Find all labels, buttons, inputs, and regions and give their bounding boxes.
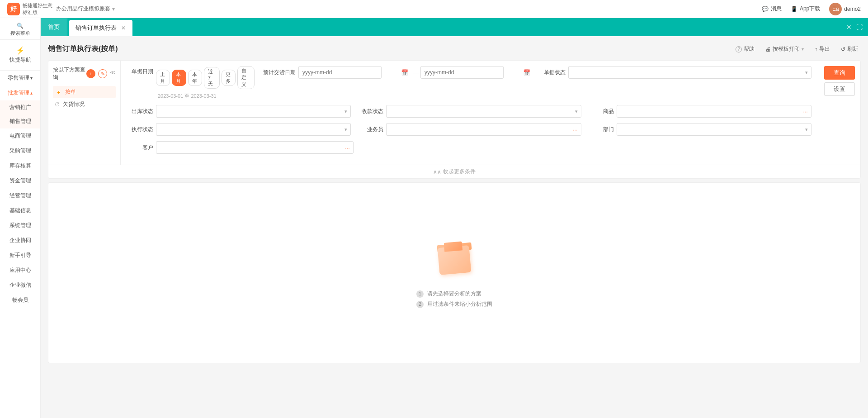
tab-close-icon[interactable]: ✕ — [121, 25, 126, 31]
date-label: 单据日期 — [128, 68, 153, 76]
filter-row-4: 客户 ··· — [128, 141, 811, 154]
date-end-wrapper: 📅 — [420, 66, 533, 79]
filter-panel: 按以下方案查询 + ✎ ≪ 🔸 按单 ⏱ — [48, 60, 861, 179]
help-icon: ? — [736, 46, 742, 52]
scheme-add-button[interactable]: + — [86, 69, 95, 78]
scheme-edit-button[interactable]: ✎ — [98, 69, 107, 78]
sidebar-item-operation[interactable]: 经营管理 — [0, 188, 40, 203]
tab-home[interactable]: 首页 — [41, 18, 67, 36]
data-panel: 1 请先选择要分析的方案 2 用过滤条件来缩小分析范围 — [48, 182, 861, 363]
product-more-icon[interactable]: ··· — [803, 108, 808, 115]
exec-status-select[interactable] — [156, 123, 351, 136]
sidebar: 🔍 搜索菜单 ⚡ 快捷导航 零售管理 ▾ 批发管理 ▴ 营销推广 — [0, 18, 41, 418]
sidebar-search[interactable]: 🔍 搜索菜单 — [0, 18, 40, 40]
sidebar-item-member[interactable]: 畅会员 — [0, 293, 40, 308]
print-icon: 🖨 — [765, 46, 771, 52]
app-download-icon: 📱 — [791, 6, 797, 12]
avatar: Ea — [829, 3, 842, 15]
empty-box-body — [438, 245, 472, 275]
scheme-collapse-button[interactable]: ≪ — [110, 69, 116, 78]
doc-status-select-wrapper: ▾ — [568, 66, 811, 79]
date-separator: — — [413, 69, 419, 76]
chevron-up-icon: ▴ — [30, 90, 33, 95]
date-range-text: 2023-03-01 至 2023-03-31 — [158, 93, 255, 100]
sidebar-item-system[interactable]: 系统管理 — [0, 218, 40, 233]
filter-inner: 按以下方案查询 + ✎ ≪ 🔸 按单 ⏱ — [48, 61, 860, 165]
help-button[interactable]: ? 帮助 — [733, 43, 757, 55]
user-action[interactable]: Ea demo2 — [829, 3, 861, 15]
date-tag-last-month[interactable]: 上月 — [156, 70, 170, 86]
date-tag-current-month[interactable]: 本月 — [172, 70, 186, 86]
breadcrumb: 办公用品行业模拟账套 ▾ — [56, 5, 115, 13]
breadcrumb-dropdown[interactable]: ▾ — [112, 6, 115, 12]
date-tag-custom[interactable]: 自定义 — [237, 66, 255, 89]
settings-button[interactable]: 设置 — [824, 82, 855, 96]
print-dropdown-icon[interactable]: ▾ — [802, 47, 804, 52]
product-control: ··· — [617, 105, 811, 118]
sidebar-item-quick-nav[interactable]: ⚡ 快捷导航 — [0, 43, 40, 67]
sidebar-item-wechat[interactable]: 企业微信 — [0, 278, 40, 293]
filter-scheme-panel: 按以下方案查询 + ✎ ≪ 🔸 按单 ⏱ — [48, 61, 121, 165]
salesperson-input[interactable] — [386, 123, 581, 136]
sidebar-item-inventory[interactable]: 库存核算 — [0, 158, 40, 173]
filter-row-3: 执行状态 ▾ 业务员 — [128, 123, 811, 136]
sidebar-item-wholesale[interactable]: 批发管理 ▴ — [0, 86, 40, 100]
product-label: 商品 — [589, 108, 614, 115]
app-download-action[interactable]: 📱 App下载 — [791, 5, 820, 13]
salesperson-control: ··· — [386, 123, 581, 136]
customer-input[interactable] — [156, 141, 354, 154]
sidebar-item-appstore[interactable]: 应用中心 — [0, 263, 40, 278]
out-stock-select[interactable] — [156, 105, 351, 118]
sidebar-item-sales[interactable]: 销售管理 — [0, 114, 40, 128]
close-window-icon[interactable]: ✕ — [846, 24, 852, 31]
date-start-input[interactable] — [298, 66, 382, 79]
page-content: 销售订单执行表(按单) ? 帮助 🖨 按模板打印 ▾ ↑ 导出 — [41, 36, 868, 418]
empty-state: 1 请先选择要分析的方案 2 用过滤条件来缩小分析范围 — [416, 238, 492, 308]
sidebar-item-basic[interactable]: 基础信息 — [0, 203, 40, 218]
sidebar-item-enterprise[interactable]: 企业协同 — [0, 233, 40, 248]
collapse-row[interactable]: ∧∧ 收起更多条件 — [48, 165, 860, 178]
step-num-1: 1 — [416, 290, 424, 298]
dept-select[interactable] — [617, 123, 811, 136]
expected-delivery-label: 预计交货日期 — [262, 69, 296, 76]
date-tag-last-7-days[interactable]: 近7天 — [204, 67, 220, 89]
tab-window-controls: ✕ ⛶ — [841, 18, 868, 36]
sidebar-item-retail[interactable]: 零售管理 ▾ — [0, 71, 40, 86]
date-tag-more[interactable]: 更多 — [222, 70, 236, 86]
filter-row-1: 单据日期 上月 本月 本年 近7天 更多 自定义 — [128, 66, 811, 100]
out-stock-label: 出库状态 — [128, 108, 153, 115]
product-input[interactable] — [617, 105, 811, 118]
tab-sales-order-exec[interactable]: 销售订单执行表 ✕ — [69, 20, 132, 36]
receipt-status-select[interactable] — [386, 105, 581, 118]
template-print-button[interactable]: 🖨 按模板打印 ▾ — [763, 43, 807, 55]
export-button[interactable]: ↑ 导出 — [812, 43, 833, 55]
sidebar-item-finance[interactable]: 资金管理 — [0, 173, 40, 188]
collapse-up-icon: ∧∧ — [433, 169, 441, 175]
logo-text: 畅捷通好生意 标准版 — [23, 2, 52, 15]
scheme-item-欠货情况[interactable]: ⏱ 欠货情况 — [53, 98, 116, 110]
empty-icon — [432, 238, 477, 283]
sidebar-item-newbie[interactable]: 新手引导 — [0, 248, 40, 263]
customer-more-icon[interactable]: ··· — [345, 144, 350, 151]
customer-label: 客户 — [128, 144, 153, 152]
message-action[interactable]: 💬 消息 — [762, 5, 782, 13]
quick-nav-icon: ⚡ — [16, 46, 25, 55]
query-button[interactable]: 查询 — [824, 66, 855, 80]
sidebar-item-ecommerce[interactable]: 电商管理 — [0, 128, 40, 143]
out-stock-select-wrapper: ▾ — [156, 105, 351, 118]
refresh-button[interactable]: ↺ 刷新 — [838, 43, 861, 55]
page-title: 销售订单执行表(按单) — [48, 44, 118, 54]
top-bar-right: 💬 消息 📱 App下载 Ea demo2 — [762, 3, 861, 15]
filter-scheme-header: 按以下方案查询 + ✎ ≪ — [53, 66, 116, 81]
doc-status-select[interactable] — [568, 66, 811, 79]
date-end-input[interactable] — [420, 66, 504, 79]
top-bar: 好 畅捷通好生意 标准版 办公用品行业模拟账套 ▾ 💬 消息 📱 App下载 E… — [0, 0, 868, 18]
salesperson-more-icon[interactable]: ··· — [573, 126, 578, 133]
sidebar-item-marketing[interactable]: 营销推广 — [0, 100, 40, 114]
empty-step-2: 2 用过滤条件来缩小分析范围 — [416, 300, 492, 308]
dept-label: 部门 — [589, 126, 614, 133]
sidebar-item-purchase[interactable]: 采购管理 — [0, 143, 40, 158]
date-tag-current-year[interactable]: 本年 — [188, 70, 202, 86]
maximize-window-icon[interactable]: ⛶ — [856, 24, 863, 31]
scheme-item-按单[interactable]: 🔸 按单 — [53, 86, 116, 98]
